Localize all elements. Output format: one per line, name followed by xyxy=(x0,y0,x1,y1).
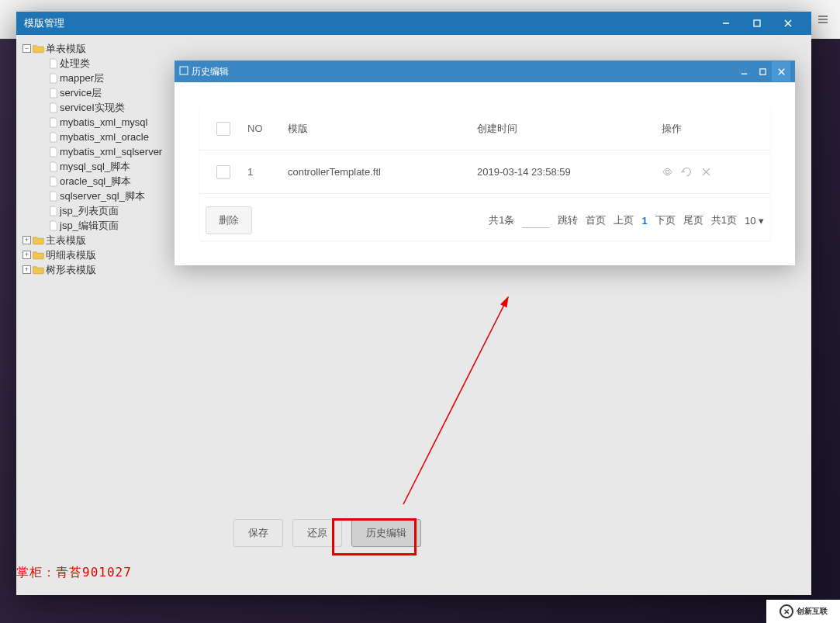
tree-item[interactable]: mapper层 xyxy=(19,71,176,85)
tree-label: 处理类 xyxy=(60,57,90,71)
modal-maximize-icon[interactable] xyxy=(753,61,772,81)
col-action: 操作 xyxy=(662,122,770,136)
file-icon xyxy=(49,220,58,231)
tree-item[interactable]: jsp_列表页面 xyxy=(19,203,176,218)
delete-icon[interactable] xyxy=(700,166,712,178)
modal-title-icon xyxy=(179,66,188,78)
file-icon xyxy=(49,176,58,187)
cell-action xyxy=(662,166,770,178)
highlight-annotation xyxy=(332,518,417,556)
svg-rect-0 xyxy=(754,20,760,26)
tree-item[interactable]: mysql_sql_脚本 xyxy=(19,159,176,174)
pager-page-input[interactable] xyxy=(522,213,550,228)
pager-next[interactable]: 下页 xyxy=(655,213,676,227)
cell-template: controllerTemplate.ftl xyxy=(288,166,477,178)
cell-no: 1 xyxy=(247,166,288,178)
tree-item[interactable]: 处理类 xyxy=(19,56,176,71)
save-button[interactable]: 保存 xyxy=(233,519,283,547)
collapse-icon[interactable]: − xyxy=(22,44,31,53)
table-footer: 删除 共1条 跳转 首页 上页 1 下页 尾页 共1页 10 ▾ xyxy=(199,194,770,241)
pager-last[interactable]: 尾页 xyxy=(683,213,703,227)
svg-rect-2 xyxy=(759,68,765,74)
pager-first[interactable]: 首页 xyxy=(586,213,606,227)
tree-item[interactable]: mybatis_xml_sqlserver xyxy=(19,144,176,159)
tree-label: mysql_sql_脚本 xyxy=(60,160,130,174)
view-icon[interactable] xyxy=(662,166,673,178)
file-icon xyxy=(49,117,58,128)
tree-label: sqlserver_sql_脚本 xyxy=(60,189,145,203)
tree-item[interactable]: oracle_sql_脚本 xyxy=(19,174,176,189)
col-template: 模版 xyxy=(288,122,477,136)
tree-item[interactable]: serviceI实现类 xyxy=(19,100,176,115)
delete-button[interactable]: 删除 xyxy=(206,206,252,234)
modal-titlebar: 历史编辑 xyxy=(175,61,795,82)
tree-label: mybatis_xml_sqlserver xyxy=(60,146,162,157)
tree-item[interactable]: sqlserver_sql_脚本 xyxy=(19,189,176,203)
tree-label: 单表模版 xyxy=(46,42,86,56)
tree-label: 主表模版 xyxy=(46,234,86,247)
tree-root-2[interactable]: + 明细表模版 xyxy=(19,247,176,262)
file-icon xyxy=(49,73,58,84)
window-controls xyxy=(710,12,804,34)
pagination: 共1条 跳转 首页 上页 1 下页 尾页 共1页 10 ▾ xyxy=(489,213,764,228)
brand-logo: ✕ 创新互联 xyxy=(766,600,840,623)
tree-root-0[interactable]: − 单表模版 xyxy=(19,41,176,56)
file-icon xyxy=(49,132,58,143)
maximize-icon[interactable] xyxy=(741,12,773,34)
modal-controls xyxy=(735,61,790,81)
modal-close-icon[interactable] xyxy=(772,61,790,81)
modal-minimize-icon[interactable] xyxy=(735,61,753,81)
file-icon xyxy=(49,147,58,157)
minimize-icon[interactable] xyxy=(710,12,741,34)
undo-icon[interactable] xyxy=(681,166,693,178)
tree-item[interactable]: service层 xyxy=(19,85,176,100)
folder-icon xyxy=(33,265,44,275)
check-all-checkbox[interactable] xyxy=(216,122,230,136)
pager-prev[interactable]: 上页 xyxy=(614,213,634,227)
modal-title-text: 历史编辑 xyxy=(192,65,229,78)
file-icon xyxy=(49,206,58,216)
hamburger-icon[interactable] xyxy=(812,9,834,30)
pager-current: 1 xyxy=(641,215,647,227)
main-window-titlebar: 模版管理 xyxy=(16,12,811,35)
close-icon[interactable] xyxy=(773,12,804,34)
expand-icon[interactable]: + xyxy=(22,236,31,244)
col-time: 创建时间 xyxy=(477,122,662,136)
file-icon xyxy=(49,102,58,113)
expand-icon[interactable]: + xyxy=(22,251,31,259)
col-no: NO xyxy=(247,123,288,134)
logo-icon: ✕ xyxy=(780,604,793,618)
tree-root-1[interactable]: + 主表模版 xyxy=(19,233,176,247)
tree-label: jsp_列表页面 xyxy=(60,204,119,218)
tree-item[interactable]: mybatis_xml_oracle xyxy=(19,130,176,144)
svg-rect-1 xyxy=(180,67,188,74)
tree-root-3[interactable]: + 树形表模版 xyxy=(19,262,176,277)
pager-size-select[interactable]: 10 ▾ xyxy=(745,215,764,227)
modal-body: NO 模版 创建时间 操作 1 controllerTemplate.ftl 2… xyxy=(175,82,795,265)
tree-label: oracle_sql_脚本 xyxy=(60,175,132,189)
tree-label: mapper层 xyxy=(60,71,104,85)
table-row: 1 controllerTemplate.ftl 2019-03-14 23:5… xyxy=(199,151,770,194)
pager-pages: 共1页 xyxy=(711,213,737,227)
tree-label: mybatis_xml_mysql xyxy=(60,116,147,128)
file-icon xyxy=(49,88,58,99)
tree-label: jsp_编辑页面 xyxy=(60,219,119,233)
pager-total: 共1条 xyxy=(489,213,514,227)
file-icon xyxy=(49,58,58,69)
expand-icon[interactable]: + xyxy=(22,265,31,274)
tree-item[interactable]: mybatis_xml_mysql xyxy=(19,115,176,130)
cell-time: 2019-03-14 23:58:59 xyxy=(477,166,662,178)
file-icon xyxy=(49,191,58,202)
tree-label: service层 xyxy=(60,86,102,100)
logo-text: 创新互联 xyxy=(797,606,828,617)
table-header: NO 模版 创建时间 操作 xyxy=(199,107,770,151)
pager-jump[interactable]: 跳转 xyxy=(558,213,578,227)
tree-item[interactable]: jsp_编辑页面 xyxy=(19,218,176,233)
tree-label: serviceI实现类 xyxy=(60,101,125,115)
file-icon xyxy=(49,161,58,172)
folder-icon xyxy=(33,235,44,245)
row-checkbox[interactable] xyxy=(216,165,230,179)
tree-label: mybatis_xml_oracle xyxy=(60,131,149,143)
main-window-title: 模版管理 xyxy=(24,16,64,30)
tree-label: 树形表模版 xyxy=(46,263,96,277)
